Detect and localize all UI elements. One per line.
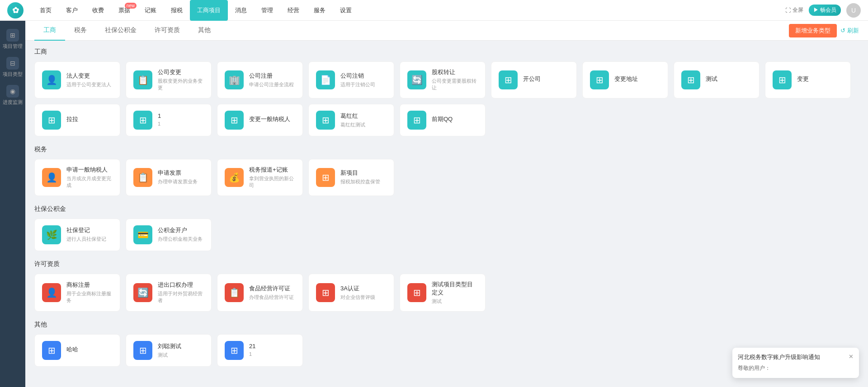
tab-qualification[interactable]: 许可资质 — [146, 21, 189, 41]
nav-ticket[interactable]: 票据 new — [111, 0, 137, 21]
avatar[interactable]: U — [846, 3, 861, 18]
top-navigation: ✿ 首页 客户 收费 票据 new 记账 报税 工商项目 消息 管理 经营 服务… — [0, 0, 868, 21]
tab-bizreg[interactable]: 工商 — [34, 21, 65, 41]
card-test-type[interactable]: ⊞ 测试项目类型目定义 测试 — [400, 274, 486, 312]
company-register-icon: 🏢 — [225, 70, 244, 89]
card-company-change-text: 公司变更 股权变更外的业务变更 — [158, 68, 204, 92]
logo-icon: ✿ — [7, 2, 24, 19]
section-qualification-title: 许可资质 — [34, 260, 859, 268]
section-qualification: 许可资质 👤 商标注册 用于企业商标注册服务 🔄 进出口权办理 适用于对外贸易经… — [34, 260, 859, 312]
food-license-icon: 📋 — [225, 283, 244, 302]
card-company-change[interactable]: 📋 公司变更 股权变更外的业务变更 — [126, 61, 212, 98]
notification-close-button[interactable]: ✕ — [849, 353, 854, 361]
card-haha[interactable]: ⊞ 哈哈 — [34, 334, 120, 367]
section-social-insurance: 社保公积金 🌿 社保登记 进行人员社保登记 💳 公积金开户 办理公积金相关业务 — [34, 205, 859, 251]
project-manage-icon: ⊞ — [6, 29, 19, 42]
card-change-address[interactable]: ⊞ 变更地址 — [582, 61, 668, 98]
tab-tax[interactable]: 税务 — [65, 21, 96, 41]
change-icon: ⊞ — [773, 70, 792, 89]
card-earlyqq[interactable]: ⊞ 前期QQ — [400, 104, 486, 136]
card-change-taxpayer-text: 变更一般纳税人 — [249, 115, 295, 125]
card-company-register[interactable]: 🏢 公司注册 申请公司注册全流程 — [217, 61, 303, 98]
tab-social-insurance[interactable]: 社保公积金 — [96, 21, 146, 41]
21-icon: ⊞ — [225, 341, 244, 360]
project-type-icon: ⊟ — [6, 57, 19, 70]
card-apply-invoice[interactable]: 📋 申请发票 办理申请发票业务 — [126, 159, 212, 196]
change-taxpayer-icon: ⊞ — [225, 111, 244, 130]
card-equity-transfer-text: 股权转让 公司变更需要股权转让 — [432, 68, 478, 92]
card-social-register[interactable]: 🌿 社保登记 进行人员社保登记 — [34, 219, 120, 251]
card-lala-text: 拉拉 — [66, 115, 113, 125]
card-import-export[interactable]: 🔄 进出口权办理 适用于对外贸易经营者 — [126, 274, 212, 312]
social-insurance-cards-grid: 🌿 社保登记 进行人员社保登记 💳 公积金开户 办理公积金相关业务 — [34, 219, 859, 251]
sidebar-item-project-type[interactable]: ⊟ 项目类型 — [0, 53, 25, 81]
haha-icon: ⊞ — [42, 341, 61, 360]
card-fund-open[interactable]: 💳 公积金开户 办理公积金相关业务 — [126, 219, 212, 251]
card-apply-taxpayer[interactable]: 👤 申请一般纳税人 当月或次月成变更完成 — [34, 159, 120, 196]
notification-panel: 河北税务数字账户升级影响通知 ✕ 尊敬的用户： — [732, 348, 859, 378]
card-one[interactable]: ⊞ 1 1 — [126, 104, 212, 136]
card-test-type-text: 测试项目类型目定义 测试 — [432, 280, 478, 305]
trademark-icon: 👤 — [42, 283, 61, 302]
nav-tax[interactable]: 报税 — [164, 0, 190, 21]
nav-bookkeeping[interactable]: 记账 — [137, 0, 164, 21]
card-company-cancel[interactable]: 📄 公司注销 适用于注销公司 — [308, 61, 394, 98]
nav-operation[interactable]: 经营 — [280, 0, 307, 21]
3a-cert-icon: ⊞ — [316, 283, 335, 302]
new-badge: new — [125, 3, 137, 9]
sidebar-item-progress-monitor[interactable]: ◉ 进度监测 — [0, 81, 25, 109]
nav-client[interactable]: 客户 — [59, 0, 85, 21]
card-change-taxpayer[interactable]: ⊞ 变更一般纳税人 — [217, 104, 303, 136]
vip-button[interactable]: ▶ 畅会员 — [809, 5, 841, 16]
card-tax-report-text: 税务报道+记账 拿到营业执照的新公司 — [249, 166, 295, 189]
card-open-company[interactable]: ⊞ 开公司 — [491, 61, 577, 98]
progress-monitor-icon: ◉ — [6, 85, 19, 98]
card-apply-taxpayer-text: 申请一般纳税人 当月或次月成变更完成 — [66, 166, 113, 189]
card-fund-open-text: 公积金开户 办理公积金相关业务 — [158, 226, 204, 242]
nav-message[interactable]: 消息 — [228, 0, 254, 21]
nav-manage[interactable]: 管理 — [254, 0, 280, 21]
notification-title: 河北税务数字账户升级影响通知 ✕ — [738, 353, 854, 361]
refresh-button[interactable]: ↺ 刷新 — [840, 27, 859, 35]
card-legal-change-text: 法人变更 适用于公司变更法人 — [66, 72, 113, 88]
card-equity-transfer[interactable]: 🔄 股权转让 公司变更需要股权转让 — [400, 61, 486, 98]
tab-other[interactable]: 其他 — [189, 21, 220, 41]
card-one-text: 1 1 — [158, 112, 204, 127]
sidebar: ⊞ 项目管理 ⊟ 项目类型 ◉ 进度监测 — [0, 21, 25, 387]
card-guhonghong[interactable]: ⊞ 葛红红 葛红红测试 — [308, 104, 394, 136]
card-trademark[interactable]: 👤 商标注册 用于企业商标注册服务 — [34, 274, 120, 312]
nav-fee[interactable]: 收费 — [85, 0, 111, 21]
card-company-cancel-text: 公司注销 适用于注销公司 — [340, 72, 387, 88]
section-bizreg-title: 工商 — [34, 48, 859, 56]
card-legal-change[interactable]: 👤 法人变更 适用于公司变更法人 — [34, 61, 120, 98]
card-new-project[interactable]: ⊞ 新项目 报税加税控盘保管 — [308, 159, 394, 196]
sidebar-item-project-manage[interactable]: ⊞ 项目管理 — [0, 25, 25, 53]
bizreg-cards-grid: 👤 法人变更 适用于公司变更法人 📋 公司变更 股权变更外的业务变更 🏢 — [34, 61, 859, 136]
nav-service[interactable]: 服务 — [307, 0, 333, 21]
card-tax-report[interactable]: 💰 税务报道+记账 拿到营业执照的新公司 — [217, 159, 303, 196]
liucong-test-icon: ⊞ — [133, 341, 152, 360]
card-21[interactable]: ⊞ 21 1 — [217, 334, 303, 367]
nav-settings[interactable]: 设置 — [333, 0, 359, 21]
card-liucong-test[interactable]: ⊞ 刘聪测试 测试 — [126, 334, 212, 367]
card-lala[interactable]: ⊞ 拉拉 — [34, 104, 120, 136]
nav-home[interactable]: 首页 — [33, 0, 59, 21]
apply-taxpayer-icon: 👤 — [42, 168, 61, 187]
card-change[interactable]: ⊞ 变更 — [765, 61, 851, 98]
earlyqq-icon: ⊞ — [407, 111, 426, 130]
social-register-icon: 🌿 — [42, 225, 61, 244]
lala-icon: ⊞ — [42, 111, 61, 130]
card-3a-cert[interactable]: ⊞ 3A认证 对企业信誉评级 — [308, 274, 394, 312]
card-guhonghong-text: 葛红红 葛红红测试 — [340, 112, 387, 128]
card-food-license[interactable]: 📋 食品经营许可证 办理食品经营许可证 — [217, 274, 303, 312]
nav-items: 首页 客户 收费 票据 new 记账 报税 工商项目 消息 管理 经营 服务 设… — [33, 0, 785, 21]
content-area: 工商 👤 法人变更 适用于公司变更法人 📋 公司变更 股权变更外的业务变更 — [25, 41, 868, 383]
fullscreen-btn[interactable]: ⛶ 全屏 — [785, 6, 803, 14]
card-test[interactable]: ⊞ 测试 — [674, 61, 760, 98]
add-business-type-button[interactable]: 新增业务类型 — [789, 24, 837, 37]
card-21-text: 21 1 — [249, 343, 295, 358]
tab-actions: 新增业务类型 ↺ 刷新 — [789, 24, 859, 37]
tax-cards-grid: 👤 申请一般纳税人 当月或次月成变更完成 📋 申请发票 办理申请发票业务 💰 — [34, 159, 859, 196]
nav-bizproject[interactable]: 工商项目 — [190, 0, 228, 21]
apply-invoice-icon: 📋 — [133, 168, 152, 187]
